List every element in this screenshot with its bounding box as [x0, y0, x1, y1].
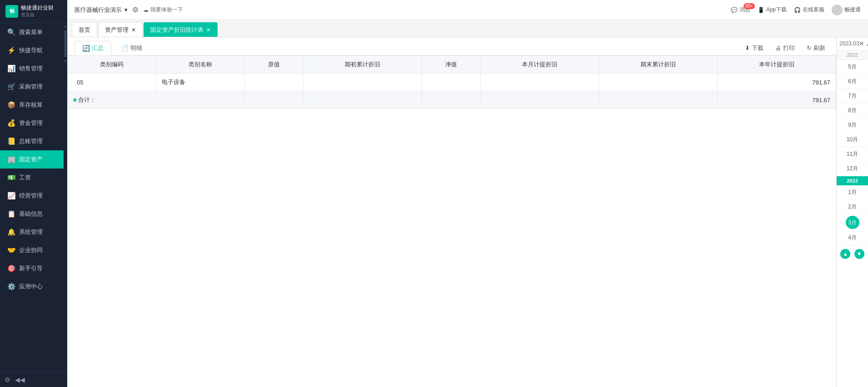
- row-yearly-depr: 791.67: [718, 74, 836, 91]
- sidebar-item-search[interactable]: 🔍 搜索菜单: [0, 23, 64, 41]
- row-net-value: [422, 74, 481, 91]
- page-content: 🔄 汇总 📄 明细 ⬇ 下载 🖨 打印: [67, 37, 836, 387]
- tab-home-label: 首页: [79, 26, 90, 34]
- sidebar-item-apps-label: 应用中心: [19, 283, 43, 291]
- summary-net-value: [422, 91, 481, 109]
- month-2022-12[interactable]: 12月: [837, 162, 868, 176]
- sub-tabs: 🔄 汇总 📄 明细 ⬇ 下载 🖨 打印: [67, 37, 836, 55]
- ledger-icon: 📒: [7, 137, 15, 145]
- user-profile[interactable]: 畅捷通: [832, 5, 861, 15]
- main-content: 医疗器械行业演示 ▾ ⚙ ☁ 我要体验一下 💬 消息 99+ 📱 App下载 🎧…: [67, 0, 868, 387]
- table-wrapper: 类别编码 类别名称 原值 期初累计折旧 净值 本月计提折旧 期末累计折旧 本年计…: [67, 55, 836, 387]
- company-selector[interactable]: 医疗器械行业演示 ▾: [74, 6, 128, 14]
- sidebar-scrollbar[interactable]: ▲ ▼: [64, 23, 67, 372]
- refresh-label: 刷新: [813, 44, 825, 52]
- row-period-end-accum: [599, 74, 718, 91]
- row-accum-depr: [303, 74, 422, 91]
- row-name: 电子设备: [156, 74, 245, 91]
- scroll-up-arrow[interactable]: ▲: [64, 24, 67, 28]
- sidebar-item-inventory[interactable]: 📦 库存核算: [0, 96, 64, 114]
- date-nav-up[interactable]: ▲: [840, 249, 850, 259]
- company-name: 医疗器械行业演示: [74, 6, 122, 14]
- date-panel-close-button[interactable]: ✕: [859, 40, 864, 47]
- settings-gear-button[interactable]: ⚙: [132, 5, 139, 14]
- tab-home[interactable]: 首页: [72, 22, 97, 37]
- sub-tab-detail[interactable]: 📄 明细: [113, 41, 150, 55]
- basic-info-icon: 📋: [7, 210, 15, 218]
- sub-tabs-right: ⬇ 下载 🖨 打印 ↻ 刷新: [741, 42, 829, 54]
- date-nav-down[interactable]: ▼: [854, 249, 864, 259]
- message-icon: 💬: [731, 7, 738, 13]
- sidebar-item-purchase[interactable]: 🛒 采购管理: [0, 78, 64, 96]
- sidebar-item-system[interactable]: 🔔 系统管理: [0, 223, 64, 241]
- month-2023-01[interactable]: 1月: [837, 185, 868, 200]
- scroll-thumb[interactable]: [64, 30, 66, 57]
- month-2023-02[interactable]: 2月: [837, 200, 868, 214]
- month-2022-09[interactable]: 9月: [837, 118, 868, 133]
- sidebar-item-sales-label: 销售管理: [19, 64, 43, 73]
- download-button[interactable]: ⬇ 下载: [741, 42, 767, 54]
- sidebar-item-fixed-assets[interactable]: 🏢 固定资产: [0, 150, 64, 169]
- date-panel-header: 2023.03 ✕ ⤢: [837, 37, 868, 50]
- finance-icon: 💰: [7, 119, 15, 127]
- sidebar-nav: 🔍 搜索菜单 ⚡ 快捷导航 📊 销售管理 🛒 采购管理 📦 库存核算 💰: [0, 23, 64, 372]
- summary-original: [245, 91, 303, 109]
- sidebar-item-quick-nav-label: 快捷导航: [19, 46, 43, 55]
- sidebar-item-purchase-label: 采购管理: [19, 83, 43, 91]
- date-panel-title: 2023.03: [839, 40, 859, 47]
- refresh-button[interactable]: ↻ 刷新: [803, 42, 829, 54]
- table-row[interactable]: 05 电子设备 791.67: [68, 74, 836, 91]
- download-label: 下载: [752, 44, 764, 52]
- row-code: 05: [68, 74, 156, 91]
- dropdown-chevron-icon: ▾: [124, 6, 128, 13]
- customer-service-button[interactable]: 🎧 在线客服: [794, 6, 824, 14]
- date-panel-expand-button[interactable]: ⤢: [866, 40, 868, 47]
- app-download-button[interactable]: 📱 App下载: [758, 6, 787, 14]
- month-2022-10[interactable]: 10月: [837, 133, 868, 147]
- month-2023-04[interactable]: 4月: [837, 231, 868, 245]
- col-period-end-accum: 期末累计折旧: [599, 56, 718, 74]
- sidebar-item-payroll[interactable]: 💵 工资: [0, 169, 64, 187]
- col-yearly-depr: 本年计提折旧: [718, 56, 836, 74]
- tab-depreciation-close-icon[interactable]: ✕: [206, 27, 211, 33]
- sidebar-item-guide[interactable]: 🎯 新手引导: [0, 259, 64, 278]
- date-panel-actions: ✕ ⤢: [859, 40, 868, 47]
- experience-label: 我要体验一下: [150, 6, 183, 14]
- tab-asset-close-icon[interactable]: ✕: [131, 27, 136, 33]
- tab-depreciation-label: 固定资产折旧统计表: [150, 26, 203, 34]
- sidebar-item-quick-nav[interactable]: ⚡ 快捷导航: [0, 41, 64, 60]
- tab-asset-mgmt[interactable]: 资产管理 ✕: [98, 22, 143, 37]
- app-edition: 普及版: [21, 12, 54, 18]
- summary-icon: ■: [73, 96, 77, 103]
- sidebar-logo: 畅 畅捷通好业财 普及版: [0, 0, 67, 23]
- month-2022-07[interactable]: 7月: [837, 89, 868, 104]
- experience-button[interactable]: ☁ 我要体验一下: [143, 6, 183, 14]
- sidebar-item-apps[interactable]: ⚙️ 应用中心: [0, 278, 64, 296]
- settings-button[interactable]: ⚙: [5, 376, 10, 383]
- collapse-button[interactable]: ◀◀: [15, 376, 25, 383]
- summary-label: ■ 合计：: [68, 91, 245, 109]
- detail-tab-icon: 📄: [121, 45, 129, 52]
- sidebar-item-finance[interactable]: 💰 资金管理: [0, 114, 64, 132]
- tab-depreciation[interactable]: 固定资产折旧统计表 ✕: [144, 22, 218, 37]
- fixed-assets-icon: 🏢: [7, 155, 15, 164]
- enterprise-icon: 🤝: [7, 246, 15, 254]
- sidebar-item-enterprise[interactable]: 🤝 企业协同: [0, 241, 64, 259]
- sidebar-item-operations[interactable]: 📈 经营管理: [0, 187, 64, 205]
- print-button[interactable]: 🖨 打印: [772, 42, 799, 54]
- month-2022-08[interactable]: 8月: [837, 104, 868, 118]
- sidebar-item-sales[interactable]: 📊 销售管理: [0, 60, 64, 78]
- message-button[interactable]: 💬 消息 99+: [731, 6, 750, 14]
- month-2022-05[interactable]: 5月: [837, 60, 868, 74]
- month-2023-03[interactable]: 3月: [846, 216, 859, 229]
- quick-nav-icon: ⚡: [7, 46, 15, 55]
- col-name: 类别名称: [156, 56, 245, 74]
- sub-tab-summary[interactable]: 🔄 汇总: [74, 41, 111, 55]
- scroll-down-arrow[interactable]: ▼: [64, 59, 67, 63]
- tab-asset-mgmt-label: 资产管理: [105, 26, 129, 34]
- sidebar-item-ledger[interactable]: 📒 总账管理: [0, 132, 64, 150]
- month-2022-11[interactable]: 11月: [837, 147, 868, 162]
- month-2022-06[interactable]: 6月: [837, 74, 868, 89]
- sidebar-item-enterprise-label: 企业协同: [19, 246, 43, 254]
- sidebar-item-basic-info[interactable]: 📋 基础信息: [0, 205, 64, 223]
